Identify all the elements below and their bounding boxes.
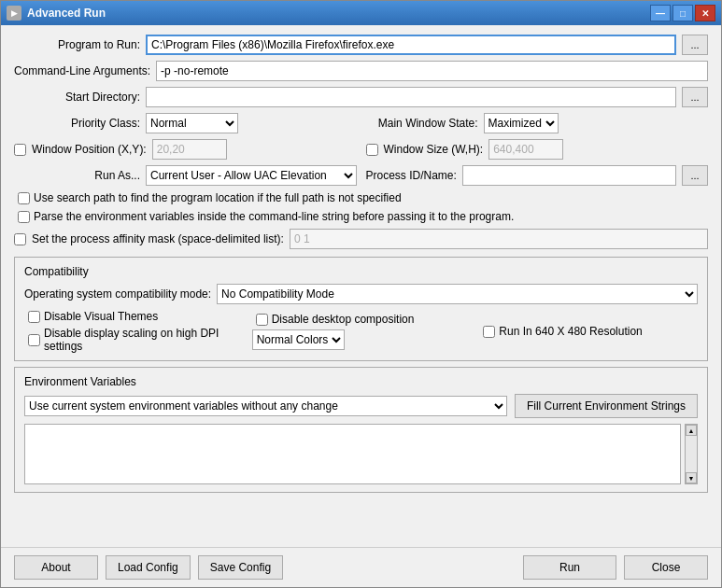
close-window-button[interactable]: ✕ <box>695 5 715 21</box>
os-compat-row: Operating system compatibility mode: No … <box>24 284 698 304</box>
window-state-select[interactable]: Maximized Normal Minimized Hidden <box>484 113 559 133</box>
runas-group: Run As... Current User - Allow UAC Eleva… <box>14 165 357 186</box>
affinity-checkbox[interactable] <box>14 233 26 245</box>
footer: About Load Config Save Config Run Close <box>1 547 721 587</box>
env-select[interactable]: Use current system environment variables… <box>24 396 507 416</box>
affinity-row: Set the process affinity mask (space-del… <box>14 229 708 249</box>
env-textarea[interactable] <box>24 424 681 484</box>
runas-select[interactable]: Current User - Allow UAC Elevation Curre… <box>146 165 357 186</box>
startdir-input[interactable] <box>146 87 676 107</box>
affinity-input[interactable] <box>290 229 708 249</box>
priority-group: Priority Class: Normal Idle Below Normal… <box>14 113 357 133</box>
cmdargs-input[interactable] <box>156 61 708 81</box>
compatibility-section: Compatibility Operating system compatibi… <box>14 257 708 361</box>
maximize-button[interactable]: □ <box>672 5 693 21</box>
compat-left-checks: Disable Visual Themes Disable display sc… <box>24 310 243 353</box>
window: ▶ Advanced Run — □ ✕ Program to Run: ...… <box>0 0 722 588</box>
cmdargs-row: Command-Line Arguments: <box>14 61 708 81</box>
scrollbar-up-button[interactable]: ▲ <box>686 425 697 436</box>
winsize-input[interactable] <box>488 139 563 160</box>
compat-far-right: Run In 640 X 480 Resolution <box>479 325 698 338</box>
compatibility-title: Compatibility <box>24 265 698 278</box>
colors-row: Normal Colors 256 Colors 65536 Colors <box>252 329 471 350</box>
minimize-button[interactable]: — <box>650 5 671 21</box>
program-browse-button[interactable]: ... <box>682 35 708 55</box>
search-path-checkbox[interactable] <box>18 192 30 204</box>
disable-desktop-row: Disable desktop composition <box>252 313 471 326</box>
startdir-browse-button[interactable]: ... <box>682 87 708 107</box>
run640-row: Run In 640 X 480 Resolution <box>479 325 698 338</box>
disable-themes-label: Disable Visual Themes <box>44 310 158 323</box>
disable-themes-row: Disable Visual Themes <box>24 310 243 323</box>
winsize-group: Window Size (W,H): <box>366 139 709 160</box>
scrollbar-down-button[interactable]: ▼ <box>686 472 697 483</box>
env-select-row: Use current system environment variables… <box>24 394 698 418</box>
save-config-button[interactable]: Save Config <box>198 555 283 580</box>
env-scrollbar[interactable]: ▲ ▼ <box>685 424 698 484</box>
priority-windowstate-row: Priority Class: Normal Idle Below Normal… <box>14 113 708 133</box>
processid-input[interactable] <box>462 165 676 186</box>
environment-section: Environment Variables Use current system… <box>14 367 708 493</box>
winpos-input[interactable] <box>152 139 227 160</box>
disable-desktop-label: Disable desktop composition <box>272 313 415 326</box>
compat-checkboxes-row: Disable Visual Themes Disable display sc… <box>24 310 698 353</box>
window-icon: ▶ <box>7 6 21 21</box>
priority-label: Priority Class: <box>14 117 140 130</box>
affinity-label: Set the process affinity mask (space-del… <box>32 232 284 245</box>
processid-group: Process ID/Name: ... <box>366 165 709 186</box>
run-button[interactable]: Run <box>523 555 616 580</box>
search-path-label: Use search path to find the program loca… <box>34 191 402 204</box>
startdir-label: Start Directory: <box>14 91 140 104</box>
program-row: Program to Run: ... <box>14 35 708 55</box>
runas-processid-row: Run As... Current User - Allow UAC Eleva… <box>14 165 708 186</box>
runas-label: Run As... <box>14 169 140 182</box>
disable-dpi-row: Disable display scaling on high DPI sett… <box>24 327 243 353</box>
scrollbar-track <box>686 436 697 472</box>
winpos-group: Window Position (X,Y): <box>14 139 357 160</box>
processid-browse-button[interactable]: ... <box>682 165 708 186</box>
env-textarea-wrapper: ▲ ▼ <box>24 424 698 484</box>
winsize-checkbox[interactable] <box>366 144 378 156</box>
winsize-label: Window Size (W,H): <box>384 143 484 156</box>
parse-env-row: Parse the environment variables inside t… <box>14 210 708 223</box>
run640-label: Run In 640 X 480 Resolution <box>499 325 642 338</box>
window-title: Advanced Run <box>27 7 650 20</box>
title-bar: ▶ Advanced Run — □ ✕ <box>1 1 721 25</box>
disable-dpi-checkbox[interactable] <box>28 334 40 346</box>
window-state-group: Main Window State: Maximized Normal Mini… <box>366 113 709 133</box>
colors-select[interactable]: Normal Colors 256 Colors 65536 Colors <box>252 329 345 350</box>
close-button[interactable]: Close <box>624 555 708 580</box>
disable-dpi-label: Disable display scaling on high DPI sett… <box>44 327 243 353</box>
priority-select[interactable]: Normal Idle Below Normal Above Normal Hi… <box>146 113 238 133</box>
compat-right-checks: Disable desktop composition Normal Color… <box>252 313 471 350</box>
os-compat-label: Operating system compatibility mode: <box>24 287 211 301</box>
parse-env-label: Parse the environment variables inside t… <box>34 210 514 223</box>
run640-checkbox[interactable] <box>483 326 495 338</box>
winpos-label: Window Position (X,Y): <box>32 143 147 156</box>
load-config-button[interactable]: Load Config <box>106 555 191 580</box>
environment-title: Environment Variables <box>24 375 698 388</box>
search-path-row: Use search path to find the program loca… <box>14 191 708 204</box>
disable-themes-checkbox[interactable] <box>28 311 40 323</box>
winpos-checkbox[interactable] <box>14 144 26 156</box>
program-input[interactable] <box>146 35 676 55</box>
startdir-row: Start Directory: ... <box>14 87 708 107</box>
parse-env-checkbox[interactable] <box>18 211 30 223</box>
about-button[interactable]: About <box>14 555 98 580</box>
program-label: Program to Run: <box>14 38 140 51</box>
cmdargs-label: Command-Line Arguments: <box>14 64 150 77</box>
content-area: Program to Run: ... Command-Line Argumen… <box>1 25 721 547</box>
winpos-winsize-row: Window Position (X,Y): Window Size (W,H)… <box>14 139 708 160</box>
window-controls: — □ ✕ <box>650 5 715 21</box>
fill-env-button[interactable]: Fill Current Environment Strings <box>515 394 698 418</box>
disable-desktop-checkbox[interactable] <box>256 314 268 326</box>
os-compat-select[interactable]: No Compatibility Mode Windows XP (SP3) W… <box>217 284 698 304</box>
processid-label: Process ID/Name: <box>366 169 457 182</box>
window-state-label: Main Window State: <box>366 117 478 130</box>
